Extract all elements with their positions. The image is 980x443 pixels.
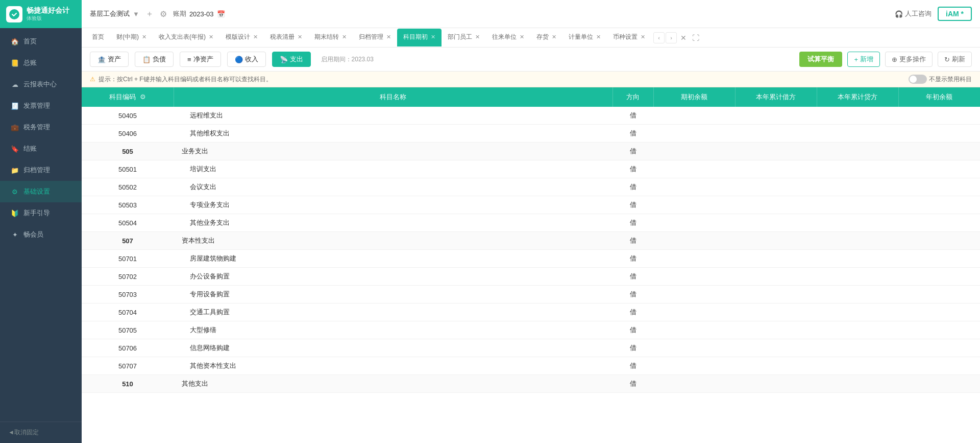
table-row[interactable]: 50705 大型修缮 借	[82, 321, 980, 339]
table-row[interactable]: 50406 其他维权支出 借	[82, 125, 980, 143]
tab-inventory-close[interactable]: ✕	[552, 34, 556, 40]
add-workspace-button[interactable]: ＋	[145, 9, 154, 19]
table-row[interactable]: 50501 培训支出 借	[82, 160, 980, 178]
cell-ytd-credit	[817, 196, 898, 214]
tabbar-prev-button[interactable]: ‹	[653, 32, 665, 43]
tab-mid-label: 财(中期)	[116, 33, 139, 41]
cell-code: 50504	[82, 214, 174, 232]
table-row[interactable]: 510 其他支出 借	[82, 375, 980, 393]
sidebar-item-ledger[interactable]: 📒 总账	[0, 52, 82, 74]
tab-subject-init[interactable]: 科目期初 ✕	[397, 29, 442, 46]
tab-subject-init-close[interactable]: ✕	[431, 34, 435, 40]
tab-inventory[interactable]: 存货 ✕	[530, 29, 562, 46]
table-row[interactable]: 50701 房屋建筑物购建 借	[82, 250, 980, 268]
sidebar-item-ledger-label: 总账	[23, 58, 37, 67]
tabbar-next-button[interactable]: ›	[666, 32, 677, 43]
th-name: 科目名称	[174, 87, 612, 107]
table-row[interactable]: 50503 专项业务支出 借	[82, 196, 980, 214]
table-row[interactable]: 50703 专用设备购置 借	[82, 286, 980, 304]
category-asset-button[interactable]: 🏦 资产	[90, 52, 129, 67]
table-row[interactable]: 50704 交通工具购置 借	[82, 304, 980, 321]
workspace-settings-icon[interactable]: ⚙	[160, 9, 167, 19]
table-row[interactable]: 50707 其他资本性支出 借	[82, 357, 980, 375]
tab-archive-close[interactable]: ✕	[386, 34, 391, 40]
toggle-disabled-subjects[interactable]: 不显示禁用科目	[909, 75, 972, 84]
cell-direction: 借	[612, 357, 653, 375]
cell-code: 50502	[82, 178, 174, 196]
category-income-button[interactable]: 🔵 收入	[227, 52, 266, 67]
tab-counterpart[interactable]: 往来单位 ✕	[486, 29, 530, 46]
sidebar-item-home[interactable]: 🏠 首页	[0, 31, 82, 52]
tabbar-expand-button[interactable]: ⛶	[690, 32, 701, 43]
tab-period-end-close[interactable]: ✕	[342, 34, 347, 40]
category-expense-button[interactable]: 📡 支出	[272, 52, 311, 67]
toggle-knob	[910, 76, 917, 83]
cell-name: 业务支出	[174, 143, 612, 160]
toggle-switch[interactable]	[909, 75, 927, 84]
sidebar-item-archive[interactable]: 📁 归档管理	[0, 159, 82, 181]
sidebar-item-report[interactable]: ☁ 云报表中心	[0, 74, 82, 95]
sidebar-item-settlement[interactable]: 🔖 结账	[0, 138, 82, 159]
workspace-selector[interactable]: 基层工会测试 ▼	[90, 9, 139, 18]
cell-name: 办公设备购置	[174, 268, 612, 286]
sidebar-item-member[interactable]: ✦ 畅会员	[0, 224, 82, 245]
table-row[interactable]: 50706 信息网络购建 借	[82, 339, 980, 357]
balance-button[interactable]: 试算平衡	[799, 52, 842, 67]
table-row[interactable]: 50405 远程维支出 借	[82, 107, 980, 125]
tabbar-close-all-button[interactable]: ✕	[678, 32, 689, 43]
iam-button[interactable]: iAM *	[938, 7, 972, 21]
tab-unit-close[interactable]: ✕	[596, 34, 601, 40]
tab-currency[interactable]: 币种设置 ✕	[607, 29, 651, 46]
settings-icon: ⚙	[10, 187, 19, 196]
tab-template-close[interactable]: ✕	[253, 34, 258, 40]
table-row[interactable]: 505 业务支出 借	[82, 143, 980, 160]
column-settings-icon[interactable]: ⚙	[140, 93, 146, 101]
tab-tax-label: 税表清册	[270, 33, 295, 41]
sidebar-item-settings[interactable]: ⚙ 基础设置	[0, 181, 82, 202]
tab-period-end[interactable]: 期末结转 ✕	[308, 29, 353, 46]
sidebar-item-tax[interactable]: 💼 税务管理	[0, 116, 82, 138]
customer-service-button[interactable]: 🎧 人工咨询	[895, 9, 932, 18]
tab-counterpart-close[interactable]: ✕	[520, 34, 524, 40]
sidebar-item-guide[interactable]: 🔰 新手引导	[0, 202, 82, 224]
cell-ytd-credit	[817, 304, 898, 321]
category-liability-button[interactable]: 📋 负债	[135, 52, 174, 67]
cell-code: 50707	[82, 357, 174, 375]
main-area: 基层工会测试 ▼ ＋ ⚙ 账期 2023-03 📅 🎧 人工咨询 iAM * 首…	[82, 0, 980, 443]
cell-period-balance	[653, 321, 735, 339]
refresh-button[interactable]: ↻ 刷新	[938, 52, 972, 67]
tab-template[interactable]: 模版设计 ✕	[219, 29, 264, 46]
tab-dept[interactable]: 部门员工 ✕	[442, 29, 486, 46]
table-row[interactable]: 507 资本性支出 借	[82, 232, 980, 250]
table-row[interactable]: 50702 办公设备购置 借	[82, 268, 980, 286]
tab-currency-close[interactable]: ✕	[641, 34, 645, 40]
cell-ytd-debit	[735, 232, 817, 250]
cell-year-balance	[898, 250, 980, 268]
table-row[interactable]: 50504 其他业务支出 借	[82, 214, 980, 232]
table-row[interactable]: 50502 会议支出 借	[82, 178, 980, 196]
sidebar-item-tax-label: 税务管理	[23, 123, 50, 132]
svg-point-0	[9, 9, 19, 19]
sidebar-collapse[interactable]: ◄取消固定	[0, 422, 82, 443]
calendar-icon[interactable]: 📅	[217, 10, 225, 18]
workspace-name: 基层工会测试	[90, 9, 130, 18]
sidebar: 畅捷通好会计 体验版 🏠 首页 📒 总账 ☁ 云报表中心 🧾 发票管理 💼 税务…	[0, 0, 82, 443]
tab-mid[interactable]: 财(中期) ✕	[110, 29, 153, 46]
tab-archive[interactable]: 归档管理 ✕	[353, 29, 397, 46]
tab-income[interactable]: 收入支出表(年报) ✕	[153, 29, 219, 46]
tab-dept-close[interactable]: ✕	[475, 34, 480, 40]
tab-tax-close[interactable]: ✕	[298, 34, 302, 40]
cell-ytd-credit	[817, 339, 898, 357]
category-asset-label: 资产	[108, 55, 121, 64]
tab-mid-close[interactable]: ✕	[142, 34, 146, 40]
cell-ytd-debit	[735, 214, 817, 232]
tab-tax[interactable]: 税表清册 ✕	[264, 29, 308, 46]
tab-home[interactable]: 首页	[86, 29, 110, 46]
add-button[interactable]: + 新增	[847, 52, 880, 67]
more-actions-button[interactable]: ⊕ 更多操作	[885, 52, 933, 67]
tab-unit[interactable]: 计量单位 ✕	[562, 29, 607, 46]
category-net-asset-button[interactable]: ≡ 净资产	[180, 52, 221, 67]
tab-income-close[interactable]: ✕	[209, 34, 213, 40]
sidebar-item-invoice[interactable]: 🧾 发票管理	[0, 95, 82, 116]
add-icon: +	[854, 56, 858, 63]
